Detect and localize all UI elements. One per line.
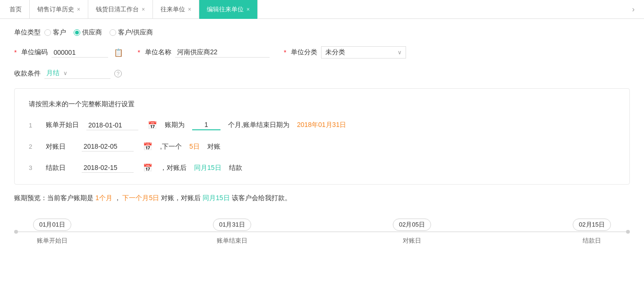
row2-after: 对账 <box>207 143 220 151</box>
setting-row-3: 3 结款日 📅 ，对账后 同月15日 结款 <box>29 163 615 173</box>
unit-category-select[interactable]: 未分类 ∨ <box>321 46 406 59</box>
row1-calendar-icon[interactable]: 📅 <box>148 121 157 130</box>
tab-cash-work-close[interactable]: × <box>142 7 145 12</box>
node-4-badge: 02月15日 <box>573 219 611 231</box>
tab-cash-work[interactable]: 钱货日清工作台 × <box>88 0 153 19</box>
node-3-label: 对账日 <box>403 236 421 245</box>
tab-sales-history[interactable]: 销售订单历史 × <box>30 0 88 19</box>
row1-highlight: 2018年01月31日 <box>297 121 346 129</box>
row3-calendar-icon[interactable]: 📅 <box>143 163 153 172</box>
tab-partner-label: 往来单位 <box>161 5 185 14</box>
row1-date-input[interactable] <box>86 120 138 130</box>
unit-info-row: * 单位编码 📋 * 单位名称 * 单位分类 未分类 ∨ <box>14 46 630 59</box>
tab-edit-partner[interactable]: 编辑往来单位 × <box>199 0 258 19</box>
setting-row-2: 2 对账日 📅 ,下一个 5日 对账 <box>29 142 615 152</box>
timeline-nodes: 01月01日 账单开始日 01月31日 账单结束日 02月05日 对账日 02月… <box>33 219 611 245</box>
tab-home-label: 首页 <box>9 5 22 14</box>
radio-both[interactable]: 客户/供应商 <box>110 28 153 37</box>
row3-label: 结款日 <box>46 164 74 172</box>
unit-code-input[interactable] <box>51 48 108 58</box>
row1-label: 账单开始日 <box>46 121 79 129</box>
row3-highlight: 同月15日 <box>194 164 221 172</box>
radio-supplier-circle <box>74 29 80 36</box>
radio-customer[interactable]: 客户 <box>44 28 66 37</box>
radio-customer-label: 客户 <box>53 28 66 37</box>
row1-after: 个月,账单结束日期为 <box>228 121 289 129</box>
tab-cash-work-label: 钱货日清工作台 <box>96 5 139 14</box>
unit-code-label: 单位编码 <box>21 48 48 57</box>
timeline-dot-start <box>14 230 18 234</box>
timeline: 01月01日 账单开始日 01月31日 账单结束日 02月05日 对账日 02月… <box>14 214 630 250</box>
preview-part3: 同月15日 <box>203 194 230 202</box>
timeline-node-3: 02月05日 对账日 <box>393 219 431 245</box>
help-icon[interactable]: ? <box>114 70 122 77</box>
unit-code-icon[interactable]: 📋 <box>114 48 123 57</box>
row3-date-input[interactable] <box>82 163 134 173</box>
node-2-badge: 01月31日 <box>213 219 251 231</box>
unit-type-group: 单位类型 客户 供应商 客户/供应商 <box>14 28 153 37</box>
payment-terms-select[interactable]: 月结 ∨ <box>44 68 110 79</box>
tab-more-button[interactable]: › <box>627 5 639 14</box>
radio-supplier[interactable]: 供应商 <box>74 28 102 37</box>
unit-code-required: * <box>14 49 17 56</box>
payment-terms-arrow: ∨ <box>63 70 68 76</box>
unit-type-radio-group: 客户 供应商 客户/供应商 <box>44 28 153 37</box>
preview-mid1: ， <box>114 194 121 202</box>
payment-terms-label: 收款条件 <box>14 69 41 78</box>
preview-text: 账期预览：当前客户账期是 1个月 ， 下一个月5日 对账，对账后 同月15日 该… <box>14 194 630 203</box>
unit-category-value: 未分类 <box>325 48 345 57</box>
tab-partner[interactable]: 往来单位 × <box>153 0 199 19</box>
settings-box: 请按照未来的一个完整帐期进行设置 1 账单开始日 📅 账期为 个月,账单结束日期… <box>14 88 630 185</box>
unit-category-label: 单位分类 <box>291 48 317 57</box>
unit-name-required: * <box>137 49 140 56</box>
preview-part1: 1个月 <box>95 194 112 202</box>
tab-edit-partner-label: 编辑往来单位 <box>207 5 244 14</box>
preview-suffix: 该客户会给我打款。 <box>232 194 291 202</box>
row2-calendar-icon[interactable]: 📅 <box>143 142 153 151</box>
preview-prefix: 账期预览：当前客户账期是 <box>14 194 93 202</box>
step-1: 1 <box>29 122 38 129</box>
node-3-badge: 02月05日 <box>393 219 431 231</box>
step-2: 2 <box>29 143 38 150</box>
unit-type-row: 单位类型 客户 供应商 客户/供应商 <box>14 28 630 37</box>
page-content: 单位类型 客户 供应商 客户/供应商 <box>0 19 644 287</box>
timeline-node-4: 02月15日 结款日 <box>573 219 611 245</box>
row1-period-input[interactable] <box>192 120 220 130</box>
preview-part2: 下一个月5日 <box>122 194 159 202</box>
node-4-label: 结款日 <box>583 236 601 245</box>
node-1-label: 账单开始日 <box>37 236 68 245</box>
tab-sales-history-close[interactable]: × <box>77 7 80 12</box>
unit-category-arrow: ∨ <box>398 49 402 56</box>
radio-customer-circle <box>44 29 51 36</box>
payment-terms-row: 收款条件 月结 ∨ ? <box>14 68 630 79</box>
unit-category-group: * 单位分类 未分类 ∨ <box>284 46 406 59</box>
radio-supplier-label: 供应商 <box>82 28 102 37</box>
timeline-dot-end <box>626 230 630 234</box>
row1-before: 账期为 <box>165 121 185 129</box>
settings-title: 请按照未来的一个完整帐期进行设置 <box>29 100 615 109</box>
tabs-bar: 首页 销售订单历史 × 钱货日清工作台 × 往来单位 × 编辑往来单位 × › <box>0 0 644 19</box>
step-3: 3 <box>29 164 38 171</box>
row2-label: 对账日 <box>46 143 74 151</box>
unit-name-label: 单位名称 <box>145 48 171 57</box>
radio-both-label: 客户/供应商 <box>118 28 153 37</box>
timeline-node-2: 01月31日 账单结束日 <box>213 219 251 245</box>
node-1-badge: 01月01日 <box>33 219 71 231</box>
unit-category-required: * <box>284 49 286 56</box>
row3-before: ，对账后 <box>160 164 186 172</box>
row2-date-input[interactable] <box>82 142 134 152</box>
preview-mid2: 对账，对账后 <box>161 194 201 202</box>
unit-name-input[interactable] <box>175 48 270 58</box>
payment-terms-value: 月结 <box>46 69 59 77</box>
unit-code-group: * 单位编码 📋 <box>14 48 123 58</box>
timeline-node-1: 01月01日 账单开始日 <box>33 219 71 245</box>
tab-partner-close[interactable]: × <box>188 7 191 12</box>
radio-both-circle <box>110 29 116 36</box>
unit-name-group: * 单位名称 <box>137 48 269 58</box>
tab-edit-partner-close[interactable]: × <box>246 7 250 12</box>
payment-terms-group: 收款条件 月结 ∨ ? <box>14 68 122 79</box>
row3-after: 结款 <box>229 164 242 172</box>
tab-home[interactable]: 首页 <box>5 0 30 19</box>
setting-row-1: 1 账单开始日 📅 账期为 个月,账单结束日期为 2018年01月31日 <box>29 120 615 130</box>
tab-sales-history-label: 销售订单历史 <box>37 5 74 14</box>
